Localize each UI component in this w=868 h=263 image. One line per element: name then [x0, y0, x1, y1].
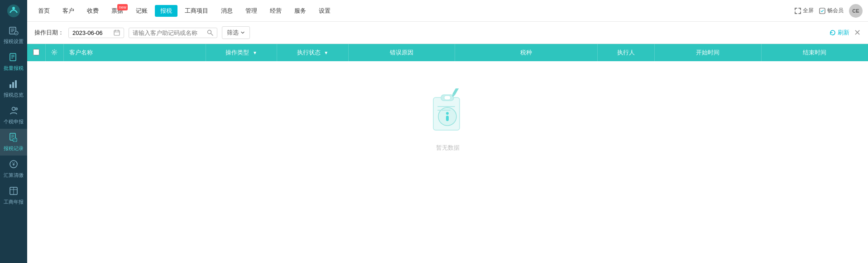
search-input[interactable]: [133, 29, 205, 36]
svg-rect-40: [444, 96, 451, 100]
th-end-time: 结束时间: [761, 44, 868, 61]
close-button[interactable]: ✕: [854, 29, 861, 37]
th-tax-type: 税种: [455, 44, 598, 61]
nav-billing[interactable]: 收费: [82, 5, 104, 17]
th-exec-status[interactable]: 执行状态 ▼: [277, 44, 348, 61]
svg-point-6: [14, 31, 18, 35]
svg-rect-31: [114, 30, 120, 35]
search-box[interactable]: [129, 28, 217, 38]
svg-rect-11: [10, 84, 11, 88]
nav-business[interactable]: 工商项目: [179, 5, 214, 17]
table-body: 暂无数据: [27, 61, 868, 170]
sidebar-item-tax-records[interactable]: 报税记录: [0, 129, 27, 156]
nav-tax[interactable]: 报税: [155, 5, 177, 17]
tax-records-icon: [9, 132, 19, 144]
svg-line-36: [211, 34, 213, 36]
th-settings: [45, 44, 63, 61]
member-button[interactable]: 畅会员: [819, 7, 844, 15]
date-label: 操作日期：: [34, 29, 64, 37]
annual-report-icon: [9, 186, 19, 197]
nav-settings[interactable]: 设置: [313, 5, 336, 17]
th-error-reason: 错误原因: [348, 44, 455, 61]
sidebar-item-label: 报税设置: [4, 38, 24, 45]
sidebar-item-label: 工商年报: [4, 199, 24, 205]
sidebar-item-label: 汇算清缴: [4, 172, 24, 179]
personal-tax-icon: [9, 106, 19, 117]
empty-cell: 暂无数据: [27, 61, 868, 170]
svg-rect-30: [820, 8, 825, 14]
sidebar-item-label: 个税申报: [4, 118, 24, 125]
toolbar: 操作日期： 筛选: [27, 22, 868, 44]
tax-summary-icon: [9, 79, 19, 90]
topnav-right: 全屏 畅会员 CE: [795, 4, 863, 18]
empty-state: 暂无数据: [27, 61, 868, 170]
refresh-button[interactable]: 刷新: [830, 29, 849, 37]
nav-messages[interactable]: 消息: [216, 5, 238, 17]
sidebar-item-tax-settings[interactable]: 报税设置: [0, 22, 27, 49]
svg-point-37: [53, 51, 55, 53]
sort-status-icon: ▼: [324, 50, 328, 55]
svg-rect-12: [12, 82, 14, 88]
table-container[interactable]: 客户名称 操作类型 ▼ 执行状态 ▼ 错误原因: [27, 44, 868, 263]
th-checkbox[interactable]: [27, 44, 45, 61]
nav-customers[interactable]: 客户: [57, 5, 80, 17]
sidebar-item-label: 批量报税: [4, 65, 24, 72]
avatar[interactable]: CE: [849, 4, 863, 18]
th-operation-type[interactable]: 操作类型 ▼: [206, 44, 277, 61]
nav-home[interactable]: 首页: [33, 5, 55, 17]
th-executor: 执行人: [597, 44, 654, 61]
svg-rect-43: [446, 116, 449, 121]
topnav: 首页 客户 收费 票据 new 记账 报税 工商项目 消息: [27, 0, 868, 22]
calendar-icon: [114, 29, 120, 36]
sidebar: 报税设置 批量报税 报税总览: [0, 0, 27, 263]
sidebar-item-tax-summary[interactable]: 报税总览: [0, 75, 27, 102]
refresh-icon: [830, 29, 836, 36]
empty-text: 暂无数据: [436, 144, 460, 152]
search-icon: [207, 29, 213, 36]
batch-tax-icon: [9, 52, 19, 63]
svg-rect-46: [452, 88, 460, 95]
date-input-field[interactable]: [72, 29, 111, 36]
sidebar-item-annual-report[interactable]: 工商年报: [0, 182, 27, 209]
fullscreen-icon: [795, 8, 801, 14]
nav-operations[interactable]: 经营: [264, 5, 287, 17]
sidebar-item-label: 报税总览: [4, 92, 24, 98]
th-start-time: 开始时间: [654, 44, 761, 61]
member-icon: [819, 8, 825, 14]
svg-rect-13: [15, 80, 17, 88]
svg-point-0: [7, 5, 20, 17]
empty-svg: [425, 88, 470, 138]
sidebar-logo: [0, 0, 27, 22]
svg-point-42: [446, 112, 449, 115]
empty-row: 暂无数据: [27, 61, 868, 170]
data-table: 客户名称 操作类型 ▼ 执行状态 ▼ 错误原因: [27, 44, 868, 170]
svg-rect-7: [10, 54, 16, 61]
empty-illustration: [425, 88, 470, 138]
nav-services[interactable]: 服务: [289, 5, 312, 17]
sidebar-item-settlement[interactable]: ¥ 汇算清缴: [0, 156, 27, 182]
th-client-name: 客户名称: [63, 44, 206, 61]
nav-bookkeeping[interactable]: 记账: [130, 5, 153, 17]
main-area: 首页 客户 收费 票据 new 记账 报税 工商项目 消息: [27, 0, 868, 263]
svg-point-1: [12, 7, 15, 10]
column-settings-icon[interactable]: [51, 49, 58, 55]
select-all-checkbox[interactable]: [33, 49, 39, 55]
filter-button[interactable]: 筛选: [222, 26, 250, 39]
svg-point-14: [12, 107, 15, 111]
tax-settings-icon: [9, 25, 19, 37]
table-header-row: 客户名称 操作类型 ▼ 执行状态 ▼ 错误原因: [27, 44, 868, 61]
date-picker[interactable]: [68, 28, 124, 38]
content: 操作日期： 筛选: [27, 22, 868, 263]
settlement-icon: ¥: [9, 159, 19, 170]
nav-invoices[interactable]: 票据 new: [106, 5, 129, 17]
sidebar-item-personal-tax[interactable]: 个税申报: [0, 102, 27, 129]
fullscreen-button[interactable]: 全屏: [795, 7, 814, 15]
topnav-items: 首页 客户 收费 票据 new 记账 报税 工商项目 消息: [33, 5, 795, 17]
sidebar-item-batch-tax[interactable]: 批量报税: [0, 49, 27, 75]
svg-text:¥: ¥: [12, 162, 15, 167]
nav-management[interactable]: 管理: [240, 5, 263, 17]
new-badge: new: [117, 4, 128, 10]
sidebar-item-label: 报税记录: [4, 145, 24, 152]
chevron-down-icon: [240, 30, 245, 35]
sort-operation-icon: ▼: [253, 50, 257, 55]
